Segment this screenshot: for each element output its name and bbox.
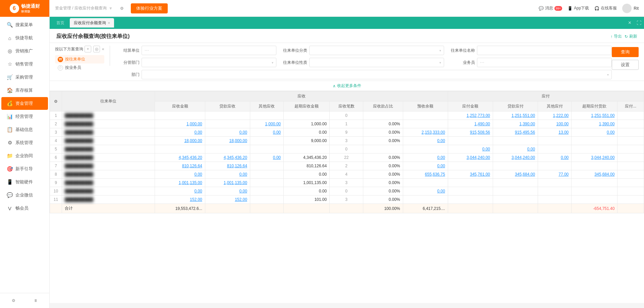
table-cell[interactable]	[155, 145, 205, 153]
salesman-input[interactable]: ···	[477, 58, 612, 67]
table-cell[interactable]: 1,251,551.00	[493, 112, 538, 120]
tab-balance[interactable]: 应收应付余额查询 ×	[70, 18, 114, 28]
table-cell[interactable]: 0.00	[155, 187, 205, 195]
partner-name-input[interactable]	[477, 46, 612, 55]
table-cell[interactable]: 3,044,240.00	[448, 153, 493, 162]
table-cell[interactable]	[572, 187, 618, 195]
table-cell[interactable]	[448, 179, 493, 187]
table-cell[interactable]: 1,252,773.00	[448, 112, 493, 120]
sidebar-item-fund[interactable]: 💰 资金管理	[1, 97, 48, 110]
table-cell[interactable]	[572, 179, 618, 187]
table-cell[interactable]	[250, 137, 283, 145]
sidebar-item-quick[interactable]: ⌂ 快捷导航	[1, 32, 48, 44]
fenguan-input[interactable]: ▾	[142, 58, 276, 67]
table-cell[interactable]: 1,001,135.00	[155, 179, 205, 187]
table-cell[interactable]	[493, 187, 538, 195]
table-cell[interactable]: 655,636.75	[403, 170, 448, 179]
tab-home[interactable]: 首页	[52, 18, 68, 28]
table-cell[interactable]: 0.00	[448, 145, 493, 153]
table-cell[interactable]: 18,000.00	[205, 137, 250, 145]
jiesuan-input[interactable]: ···	[142, 46, 276, 55]
table-cell[interactable]	[205, 145, 250, 153]
sidebar-item-guide[interactable]: 🎯 新手引导	[1, 163, 48, 175]
table-cell[interactable]: 0.00	[205, 187, 250, 195]
table-cell[interactable]	[572, 162, 618, 170]
table-cell[interactable]	[250, 187, 283, 195]
table-cell[interactable]	[538, 187, 572, 195]
table-cell[interactable]: 0.00	[250, 153, 283, 162]
solution-btn[interactable]: 体验行业方案	[131, 3, 168, 13]
sidebar-item-search[interactable]: 🔍 搜索菜单	[1, 18, 48, 31]
sidebar-item-inventory[interactable]: 🏠 库存核算	[1, 84, 48, 97]
table-cell[interactable]	[538, 145, 572, 153]
filter-add-btn[interactable]: +	[85, 46, 91, 52]
table-cell[interactable]	[250, 162, 283, 170]
sidebar-item-hardware[interactable]: 📱 智能硬件	[1, 176, 48, 188]
tab-close-btn[interactable]: ×	[108, 21, 110, 25]
table-cell[interactable]: 0.00	[155, 170, 205, 179]
table-cell[interactable]: 915,508.56	[448, 128, 493, 137]
table-cell[interactable]	[205, 112, 250, 120]
partner-cat-input[interactable]: ▾	[309, 46, 444, 55]
filter-settings-btn[interactable]: ◎	[93, 46, 100, 52]
table-cell[interactable]	[403, 195, 448, 204]
table-cell[interactable]: 2,153,333.00	[403, 128, 448, 137]
table-cell[interactable]: 345,684.00	[572, 170, 618, 179]
table-cell[interactable]: 0.00	[572, 128, 618, 137]
table-cell[interactable]: 0.00	[538, 153, 572, 162]
table-cell[interactable]: 1,390.00	[493, 120, 538, 128]
table-cell[interactable]: 0.00	[403, 137, 448, 145]
table-cell[interactable]	[448, 187, 493, 195]
query-btn[interactable]: 查询	[612, 47, 639, 57]
sidebar-collapse-btn[interactable]: ⏸	[31, 296, 40, 305]
table-cell[interactable]	[250, 195, 283, 204]
table-cell[interactable]: 4,345,436.20	[155, 153, 205, 162]
table-cell[interactable]: 0.00	[250, 128, 283, 137]
export-btn[interactable]: ↑ 导出	[610, 34, 622, 39]
table-cell[interactable]: 3,044,240.00	[493, 153, 538, 162]
table-cell[interactable]	[493, 162, 538, 170]
table-cell[interactable]	[538, 137, 572, 145]
table-cell[interactable]: 0.00	[403, 153, 448, 162]
scheme-by-salesman[interactable]: ⏱ 按业务员	[55, 63, 104, 72]
sidebar-item-operation[interactable]: 📊 经营管理	[1, 110, 48, 123]
table-cell[interactable]: 1,000.00	[250, 120, 283, 128]
set-btn[interactable]: 设置	[612, 60, 639, 70]
dept-input[interactable]: ▾	[142, 70, 612, 79]
table-cell[interactable]: 1,251,551.00	[572, 112, 618, 120]
partner-nature-input[interactable]: ▾	[309, 58, 444, 67]
table-cell[interactable]	[155, 112, 205, 120]
table-cell[interactable]	[250, 112, 283, 120]
table-cell[interactable]: 915,495.56	[493, 128, 538, 137]
window-close-btn[interactable]: ×	[628, 20, 631, 26]
table-cell[interactable]	[538, 195, 572, 204]
table-cell[interactable]	[403, 120, 448, 128]
table-cell[interactable]: 0.00	[403, 187, 448, 195]
table-cell[interactable]: 0.00	[205, 170, 250, 179]
table-cell[interactable]: 0.00	[493, 145, 538, 153]
table-cell[interactable]: 1,390.00	[572, 120, 618, 128]
partner-name-text-input[interactable]	[480, 48, 609, 53]
table-cell[interactable]: 1,490.00	[448, 120, 493, 128]
table-cell[interactable]	[538, 179, 572, 187]
table-cell[interactable]: 810,126.64	[205, 162, 250, 170]
table-cell[interactable]: 1,222.00	[538, 112, 572, 120]
gear-btn[interactable]: ⚙	[117, 4, 127, 13]
table-cell[interactable]	[448, 137, 493, 145]
sidebar-item-wechat[interactable]: 💬 企业微信	[1, 189, 48, 202]
table-cell[interactable]	[572, 137, 618, 145]
refresh-btn[interactable]: ↻ 刷新	[625, 34, 637, 39]
table-cell[interactable]	[448, 162, 493, 170]
table-cell[interactable]	[250, 170, 283, 179]
table-cell[interactable]: 0.00	[205, 128, 250, 137]
table-cell[interactable]: 100.00	[538, 120, 572, 128]
filter-collapse-btn[interactable]: «	[102, 47, 104, 51]
table-cell[interactable]: 18,000.00	[155, 137, 205, 145]
table-cell[interactable]: 810,126.64	[155, 162, 205, 170]
table-cell[interactable]: 77.00	[538, 170, 572, 179]
table-cell[interactable]	[250, 179, 283, 187]
table-cell[interactable]: 345,761.00	[448, 170, 493, 179]
sidebar-item-basic[interactable]: 📋 基础信息	[1, 123, 48, 136]
collapse-bar[interactable]: ∧ 收起更多条件	[50, 81, 644, 91]
table-cell[interactable]: 0.00	[155, 128, 205, 137]
